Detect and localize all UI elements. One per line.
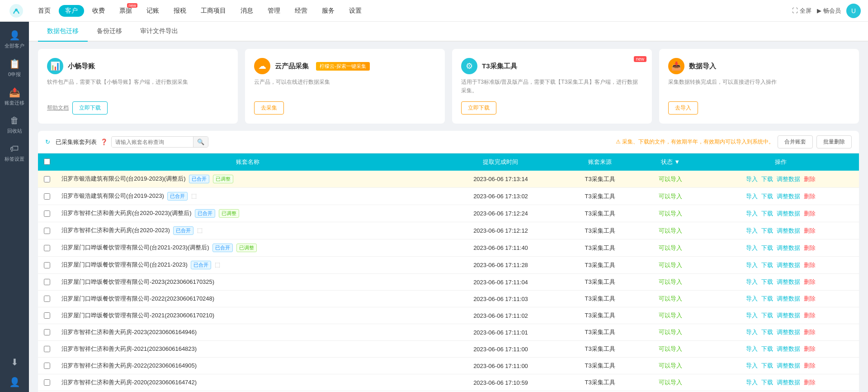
copy-icon[interactable]: ⬚: [197, 227, 203, 234]
action-导入[interactable]: 导入: [746, 244, 758, 251]
row-checkbox[interactable]: [44, 363, 50, 369]
nav-message[interactable]: 消息: [234, 5, 259, 17]
action-导入[interactable]: 导入: [746, 210, 758, 217]
sidebar-item-labels[interactable]: 🏷 标签设置: [0, 139, 29, 167]
help-icon[interactable]: ❓: [100, 139, 108, 145]
action-删除[interactable]: 删除: [804, 193, 816, 200]
go-import-button[interactable]: 去导入: [668, 101, 698, 115]
download-now-button-1[interactable]: 立即下载: [72, 101, 108, 115]
select-all-checkbox[interactable]: [44, 158, 50, 165]
row-checkbox[interactable]: [44, 279, 50, 285]
action-导入[interactable]: 导入: [746, 362, 758, 369]
action-下载[interactable]: 下载: [761, 295, 773, 302]
action-导入[interactable]: 导入: [746, 295, 758, 302]
action-删除[interactable]: 删除: [804, 329, 816, 335]
row-checkbox[interactable]: [44, 228, 50, 234]
search-input[interactable]: [112, 137, 193, 147]
action-调整数据[interactable]: 调整数据: [777, 262, 800, 268]
action-下载[interactable]: 下载: [761, 329, 773, 335]
row-checkbox[interactable]: [44, 262, 50, 268]
action-下载[interactable]: 下载: [761, 262, 773, 268]
action-调整数据[interactable]: 调整数据: [777, 362, 800, 369]
action-导入[interactable]: 导入: [746, 227, 758, 234]
action-调整数据[interactable]: 调整数据: [777, 227, 800, 234]
action-导入[interactable]: 导入: [746, 278, 758, 285]
row-checkbox[interactable]: [44, 193, 50, 200]
action-导入[interactable]: 导入: [746, 193, 758, 200]
action-删除[interactable]: 删除: [804, 227, 816, 234]
nav-manage[interactable]: 管理: [261, 5, 287, 17]
help-doc-link[interactable]: 帮助文档: [47, 104, 69, 112]
row-checkbox[interactable]: [44, 312, 50, 319]
action-删除[interactable]: 删除: [804, 262, 816, 268]
tab-data-migration[interactable]: 数据包迁移: [38, 22, 88, 42]
action-删除[interactable]: 删除: [804, 278, 816, 285]
row-checkbox[interactable]: [44, 176, 50, 182]
search-button[interactable]: 🔍: [193, 137, 208, 147]
action-导入[interactable]: 导入: [746, 312, 758, 319]
action-删除[interactable]: 删除: [804, 345, 816, 352]
action-调整数据[interactable]: 调整数据: [777, 295, 800, 302]
action-导入[interactable]: 导入: [746, 329, 758, 335]
action-删除[interactable]: 删除: [804, 312, 816, 319]
nav-business[interactable]: 工商项目: [194, 5, 232, 17]
action-下载[interactable]: 下载: [761, 176, 773, 182]
action-调整数据[interactable]: 调整数据: [777, 312, 800, 319]
sidebar-item-zero-report[interactable]: 📋 0申报: [0, 54, 29, 82]
nav-invoice[interactable]: 票据new: [113, 5, 138, 17]
batch-delete-button[interactable]: 批量删除: [816, 135, 852, 148]
sidebar-item-user-settings[interactable]: 👤: [7, 372, 22, 392]
row-checkbox[interactable]: [44, 210, 50, 217]
action-删除[interactable]: 删除: [804, 379, 816, 386]
row-checkbox[interactable]: [44, 329, 50, 335]
member-button[interactable]: ▶ 畅会员: [817, 7, 841, 15]
action-删除[interactable]: 删除: [804, 210, 816, 217]
action-调整数据[interactable]: 调整数据: [777, 329, 800, 335]
row-checkbox[interactable]: [44, 346, 50, 352]
copy-icon[interactable]: ⬚: [215, 261, 220, 268]
sidebar-item-all-customers[interactable]: 👤 全部客户: [0, 25, 29, 54]
row-checkbox[interactable]: [44, 379, 50, 386]
action-调整数据[interactable]: 调整数据: [777, 244, 800, 251]
nav-billing[interactable]: 收费: [86, 5, 111, 17]
action-删除[interactable]: 删除: [804, 295, 816, 302]
col-status[interactable]: 状态 ▼: [638, 153, 703, 171]
action-下载[interactable]: 下载: [761, 193, 773, 200]
action-删除[interactable]: 删除: [804, 362, 816, 369]
download-now-button-3[interactable]: 立即下载: [461, 101, 496, 115]
nav-customer[interactable]: 客户: [59, 5, 84, 17]
action-下载[interactable]: 下载: [761, 312, 773, 319]
avatar[interactable]: U: [846, 4, 861, 18]
row-checkbox[interactable]: [44, 296, 50, 302]
nav-home[interactable]: 首页: [32, 5, 57, 17]
action-下载[interactable]: 下载: [761, 379, 773, 386]
action-删除[interactable]: 删除: [804, 176, 816, 182]
sidebar-item-migration[interactable]: 📤 账套迁移: [0, 82, 29, 111]
action-调整数据[interactable]: 调整数据: [777, 345, 800, 352]
action-下载[interactable]: 下载: [761, 244, 773, 251]
action-下载[interactable]: 下载: [761, 345, 773, 352]
action-导入[interactable]: 导入: [746, 262, 758, 268]
action-调整数据[interactable]: 调整数据: [777, 193, 800, 200]
copy-icon[interactable]: ⬚: [191, 192, 197, 199]
action-调整数据[interactable]: 调整数据: [777, 278, 800, 285]
action-导入[interactable]: 导入: [746, 176, 758, 182]
merge-button[interactable]: 合并账套: [778, 135, 813, 148]
sidebar-item-recycle[interactable]: 🗑 回收站: [0, 111, 29, 139]
go-collect-button[interactable]: 去采集: [254, 101, 284, 115]
nav-service[interactable]: 服务: [316, 5, 341, 17]
nav-tax[interactable]: 报税: [167, 5, 193, 17]
sidebar-item-download[interactable]: ⬇: [7, 352, 22, 372]
action-下载[interactable]: 下载: [761, 362, 773, 369]
app-logo[interactable]: [7, 2, 25, 20]
action-下载[interactable]: 下载: [761, 278, 773, 285]
action-导入[interactable]: 导入: [746, 379, 758, 386]
refresh-icon[interactable]: ↻: [45, 139, 50, 145]
fullscreen-button[interactable]: ⛶ 全屏: [792, 7, 811, 15]
action-下载[interactable]: 下载: [761, 210, 773, 217]
action-调整数据[interactable]: 调整数据: [777, 210, 800, 217]
nav-settings[interactable]: 设置: [343, 5, 368, 17]
tab-backup-migration[interactable]: 备份迁移: [88, 22, 131, 42]
action-导入[interactable]: 导入: [746, 345, 758, 352]
row-checkbox[interactable]: [44, 245, 50, 251]
